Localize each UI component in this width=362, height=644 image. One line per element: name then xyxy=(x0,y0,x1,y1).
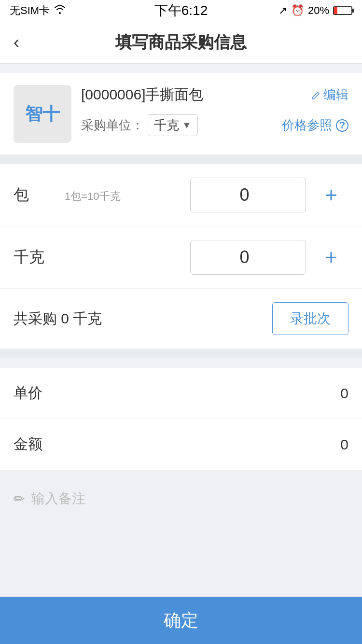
total-label: 共采购 xyxy=(14,310,57,326)
carrier-text: 无SIM卡 xyxy=(10,3,50,18)
product-logo: 智十 xyxy=(25,102,60,126)
kg-label: 千克 xyxy=(14,247,62,268)
total-quantity: 0 xyxy=(61,310,73,326)
info-section: 单价 0 金额 0 xyxy=(0,368,362,470)
total-text: 共采购 0 千克 xyxy=(14,309,102,329)
battery-text: 20% xyxy=(308,4,329,17)
amount-row: 金额 0 xyxy=(0,419,362,470)
product-card: 智十 [0000006]手撕面包 编辑 采购单位： 千克 ▼ xyxy=(0,73,362,154)
product-name: [0000006]手撕面包 xyxy=(81,85,203,105)
product-image: 智十 xyxy=(14,85,71,143)
amount-label: 金额 xyxy=(14,434,42,454)
battery-icon xyxy=(333,6,352,15)
unit-select[interactable]: 千克 ▼ xyxy=(148,114,198,136)
kg-input-row: 千克 + xyxy=(0,226,362,289)
back-button[interactable]: ‹ xyxy=(14,34,19,51)
record-batch-button[interactable]: 录批次 xyxy=(272,302,348,335)
unit-price-label: 单价 xyxy=(14,383,42,403)
price-ref-help-icon: ? xyxy=(336,119,348,132)
price-ref-label: 价格参照 xyxy=(282,117,332,134)
divider-2 xyxy=(0,349,362,358)
page-title: 填写商品采购信息 xyxy=(115,31,247,54)
edit-label: 编辑 xyxy=(323,86,348,103)
bao-input-row: 包 1包=10千克 + xyxy=(0,164,362,226)
kg-plus-button[interactable]: + xyxy=(314,240,348,275)
quantity-input-section: 包 1包=10千克 + 千克 + xyxy=(0,164,362,289)
divider-1 xyxy=(0,154,362,164)
location-icon: ↗ xyxy=(278,4,287,17)
kg-input-right: + xyxy=(71,240,348,275)
amount-value: 0 xyxy=(340,436,348,453)
product-info: [0000006]手撕面包 编辑 采购单位： 千克 ▼ 价格 xyxy=(81,85,348,136)
unit-label: 采购单位： xyxy=(81,117,144,134)
price-ref-button[interactable]: 价格参照 ? xyxy=(282,117,348,134)
status-bar-time: 下午6:12 xyxy=(154,1,208,20)
unit-price-row: 单价 0 xyxy=(0,368,362,419)
unit-row: 采购单位： 千克 ▼ 价格参照 ? xyxy=(81,114,348,136)
kg-input[interactable] xyxy=(190,240,306,275)
unit-price-value: 0 xyxy=(340,385,348,402)
wifi-icon xyxy=(54,4,66,17)
unit-value: 千克 xyxy=(154,117,179,134)
note-placeholder: 输入备注 xyxy=(31,490,85,508)
note-section[interactable]: ✏ 输入备注 xyxy=(0,470,362,528)
confirm-button[interactable]: 确定 xyxy=(0,597,362,644)
total-row: 共采购 0 千克 录批次 xyxy=(0,289,362,349)
bao-plus-button[interactable]: + xyxy=(314,178,348,212)
edit-button[interactable]: 编辑 xyxy=(311,86,348,103)
nav-bar: ‹ 填写商品采购信息 xyxy=(0,21,362,64)
unit-dropdown-arrow: ▼ xyxy=(182,120,192,131)
pencil-icon: ✏ xyxy=(14,491,25,507)
bao-sublabel: 1包=10千克 xyxy=(65,189,121,204)
product-name-row: [0000006]手撕面包 编辑 xyxy=(81,85,348,105)
status-bar-right: ↗ ⏰ 20% xyxy=(278,4,352,17)
status-bar-left: 无SIM卡 xyxy=(10,3,66,18)
bao-input[interactable] xyxy=(190,178,306,212)
bao-label: 包 xyxy=(14,184,62,206)
alarm-icon: ⏰ xyxy=(291,4,304,17)
total-unit: 千克 xyxy=(73,310,102,326)
bao-input-right: + xyxy=(130,178,348,212)
status-bar: 无SIM卡 下午6:12 ↗ ⏰ 20% xyxy=(0,0,362,21)
